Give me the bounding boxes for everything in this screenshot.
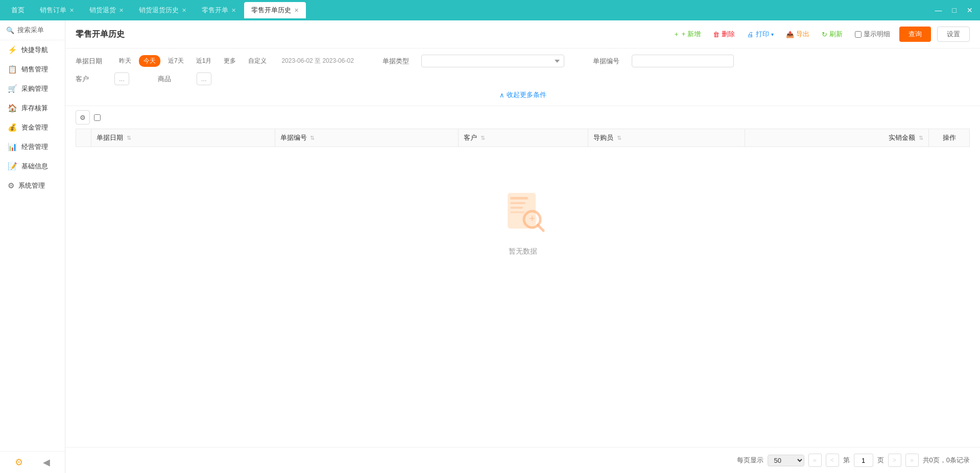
next-page-btn[interactable]: > — [888, 454, 901, 467]
type-filter-select[interactable] — [421, 55, 564, 67]
sidebar-item-operation[interactable]: 📊 经营管理 — [0, 137, 65, 157]
empty-state: 暂无数据 — [76, 147, 970, 297]
per-page-select[interactable]: 50 10 20 100 — [768, 455, 804, 466]
date-filter-label: 单据日期 — [76, 57, 106, 66]
sidebar-item-basic-info[interactable]: 📝 基础信息 — [0, 157, 65, 176]
add-label: + 新增 — [682, 30, 701, 39]
date-btn-more[interactable]: 更多 — [219, 55, 241, 67]
tab-home[interactable]: 首页 — [4, 2, 32, 18]
page-title: 零售开单历史 — [76, 29, 670, 40]
tab-sales-return-close[interactable]: ✕ — [119, 7, 124, 14]
setting-button[interactable]: 设置 — [937, 27, 970, 42]
sys-mgmt-icon: ⚙ — [8, 181, 14, 190]
export-button[interactable]: 📤 导出 — [783, 28, 812, 41]
delete-label: 删除 — [722, 30, 735, 39]
th-guide[interactable]: 导购员 ⇅ — [588, 129, 745, 147]
th-date[interactable]: 单据日期 ⇅ — [91, 129, 275, 147]
tab-retail-open-history[interactable]: 零售开单历史 ✕ — [244, 2, 306, 18]
th-amount[interactable]: 实销金额 ⇅ — [745, 129, 929, 147]
tab-sales-return[interactable]: 销货退货 ✕ — [82, 2, 131, 18]
sidebar-item-operation-label: 经营管理 — [21, 142, 48, 152]
tab-sales-return-history-close[interactable]: ✕ — [182, 7, 186, 14]
date-range-display: 2023-06-02 至 2023-06-02 — [281, 57, 353, 65]
filter-row-1: 单据日期 昨天 今天 近7天 近1月 更多 自定义 2023-06-02 至 2… — [76, 55, 970, 67]
date-btn-today[interactable]: 今天 — [139, 55, 160, 67]
type-filter-label: 单据类型 — [383, 57, 413, 66]
sidebar-item-quick-nav-label: 快捷导航 — [21, 45, 48, 55]
sidebar-item-inventory[interactable]: 🏠 库存核算 — [0, 98, 65, 118]
sidebar-search[interactable]: 🔍 搜索采单 — [0, 20, 65, 40]
purchase-mgmt-icon: 🛒 — [8, 84, 17, 93]
basic-info-icon: 📝 — [8, 162, 17, 171]
refresh-button[interactable]: ↻ 刷新 — [819, 28, 846, 41]
display-checkbox[interactable] — [855, 31, 862, 38]
empty-illustration — [497, 188, 548, 239]
collapse-btn[interactable]: ∧ 收起更多条件 — [76, 90, 970, 99]
minimize-btn[interactable]: — — [932, 5, 945, 15]
page-header: 零售开单历史 ＋ + 新增 🗑 删除 🖨 打印 ▾ 📤 导出 — [65, 20, 980, 48]
sort-customer-icon: ⇅ — [481, 135, 485, 141]
collapse-label: 收起更多条件 — [507, 90, 546, 99]
date-btn-7days[interactable]: 近7天 — [163, 55, 188, 67]
sidebar-search-label: 搜索采单 — [17, 26, 44, 35]
sidebar-item-sys-mgmt[interactable]: ⚙ 系统管理 — [0, 176, 65, 195]
first-page-btn[interactable]: « — [808, 454, 822, 467]
sales-mgmt-icon: 📋 — [8, 65, 17, 74]
sidebar-collapse-icon[interactable]: ◀ — [43, 457, 50, 468]
print-icon: 🖨 — [747, 31, 754, 38]
svg-line-7 — [538, 225, 543, 231]
customer-filter-ellipsis[interactable]: ... — [114, 72, 129, 85]
sidebar-item-sys-mgmt-label: 系统管理 — [18, 181, 45, 190]
sidebar-item-finance[interactable]: 💰 资金管理 — [0, 118, 65, 137]
display-button[interactable]: 显示明细 — [852, 28, 893, 41]
tab-sales-return-label: 销货退货 — [89, 6, 116, 15]
tab-retail-open-history-close[interactable]: ✕ — [294, 7, 299, 14]
date-btn-1month[interactable]: 近1月 — [192, 55, 217, 67]
table-settings-btn[interactable]: ⚙ — [76, 110, 90, 125]
search-icon: 🔍 — [6, 27, 14, 34]
print-label: 打印 — [756, 30, 769, 39]
sidebar-bottom: ⚙ ◀ — [0, 451, 65, 473]
tab-sales-order-close[interactable]: ✕ — [69, 7, 74, 14]
th-number[interactable]: 单据编号 ⇅ — [275, 129, 459, 147]
query-button[interactable]: 查询 — [899, 27, 931, 42]
th-customer[interactable]: 客户 ⇅ — [459, 129, 588, 147]
sidebar-item-sales-mgmt-label: 销售管理 — [21, 65, 48, 74]
sidebar-item-purchase-mgmt[interactable]: 🛒 采购管理 — [0, 79, 65, 98]
tab-sales-order-label: 销售订单 — [40, 6, 66, 15]
sort-number-icon: ⇅ — [310, 135, 315, 141]
tab-retail-open-close[interactable]: ✕ — [231, 7, 236, 14]
tab-sales-return-history-label: 销货退货历史 — [139, 6, 179, 15]
tab-retail-open[interactable]: 零售开单 ✕ — [195, 2, 243, 18]
sidebar-item-quick-nav[interactable]: ⚡ 快捷导航 — [0, 40, 65, 60]
prev-page-btn[interactable]: < — [826, 454, 839, 467]
page-number-input[interactable] — [854, 454, 873, 467]
add-icon: ＋ — [673, 30, 680, 39]
goods-filter-ellipsis[interactable]: ... — [197, 72, 211, 85]
finance-icon: 💰 — [8, 123, 17, 132]
filter-area: 单据日期 昨天 今天 近7天 近1月 更多 自定义 2023-06-02 至 2… — [65, 48, 980, 106]
filter-date-btns: 昨天 今天 近7天 近1月 更多 自定义 — [114, 55, 271, 67]
sidebar-item-basic-info-label: 基础信息 — [21, 162, 48, 171]
date-btn-yesterday[interactable]: 昨天 — [114, 55, 136, 67]
select-all-checkbox[interactable] — [94, 114, 101, 121]
per-page-label: 每页显示 — [737, 456, 763, 465]
add-button[interactable]: ＋ + 新增 — [670, 28, 704, 41]
tab-sales-order[interactable]: 销售订单 ✕ — [33, 2, 81, 18]
sidebar-settings-icon[interactable]: ⚙ — [15, 457, 23, 468]
table-settings-icon: ⚙ — [80, 114, 86, 121]
print-button[interactable]: 🖨 打印 ▾ — [744, 28, 777, 41]
refresh-label: 刷新 — [829, 30, 843, 39]
maximize-btn[interactable]: □ — [949, 5, 960, 15]
main-layout: 🔍 搜索采单 ⚡ 快捷导航 📋 销售管理 🛒 采购管理 🏠 库存核算 💰 资金管… — [0, 20, 980, 473]
sidebar-item-sales-mgmt[interactable]: 📋 销售管理 — [0, 60, 65, 79]
goods-filter-label: 商品 — [158, 74, 188, 84]
last-page-btn[interactable]: » — [905, 454, 919, 467]
close-btn[interactable]: ✕ — [964, 5, 976, 15]
date-btn-custom[interactable]: 自定义 — [244, 55, 271, 67]
filter-row-2: 客户 ... 商品 ... — [76, 72, 970, 85]
number-filter-input[interactable] — [632, 55, 734, 67]
delete-button[interactable]: 🗑 删除 — [710, 28, 738, 41]
tab-sales-return-history[interactable]: 销货退货历史 ✕ — [132, 2, 194, 18]
svg-rect-2 — [510, 202, 525, 204]
